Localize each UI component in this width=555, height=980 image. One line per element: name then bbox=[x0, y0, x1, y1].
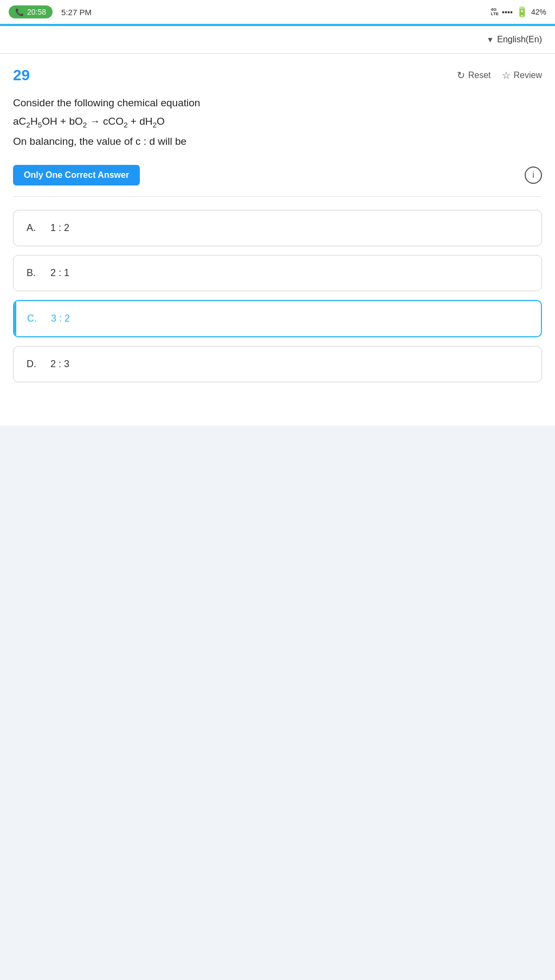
option-d[interactable]: D. 2 : 3 bbox=[13, 346, 542, 382]
option-a-label: A. bbox=[27, 222, 40, 234]
badge-row: Only One Correct Answer i bbox=[13, 165, 542, 185]
question-text: Consider the following chemical equation… bbox=[13, 95, 542, 150]
signal-icon: ▪▪▪▪ bbox=[502, 8, 513, 16]
status-left: 📞 20:58 5:27 PM bbox=[9, 5, 92, 18]
reset-icon: ↻ bbox=[457, 69, 465, 81]
reset-label: Reset bbox=[468, 71, 491, 80]
tab-bar: ▼ English(En) bbox=[0, 26, 555, 54]
status-bar: 📞 20:58 5:27 PM 4G LTE ▪▪▪▪ 🔋 42% bbox=[0, 0, 555, 24]
chemical-equation: aC2H5OH + bO2 → cCO2 + dH2O bbox=[13, 113, 542, 131]
current-time: 5:27 PM bbox=[61, 8, 92, 17]
reset-button[interactable]: ↻ Reset bbox=[457, 69, 491, 81]
language-label: English(En) bbox=[497, 35, 542, 44]
call-icon: 📞 bbox=[15, 8, 24, 16]
option-b-label: B. bbox=[27, 267, 40, 279]
chevron-down-icon: ▼ bbox=[486, 35, 494, 44]
option-c[interactable]: C. 3 : 2 bbox=[13, 300, 542, 337]
option-a[interactable]: A. 1 : 2 bbox=[13, 210, 542, 246]
question-line3: On balancing, the value of c : d will be bbox=[13, 133, 542, 150]
call-pill: 📞 20:58 bbox=[9, 5, 53, 18]
main-content: 29 ↻ Reset ☆ Review Consider the followi… bbox=[0, 54, 555, 404]
info-icon: i bbox=[532, 170, 534, 180]
option-c-label: C. bbox=[27, 313, 40, 324]
option-b-value: 2 : 1 bbox=[50, 267, 69, 279]
options-list: A. 1 : 2 B. 2 : 1 C. 3 : 2 D. 2 : 3 bbox=[13, 210, 542, 382]
review-label: Review bbox=[514, 71, 542, 80]
lte-badge: 4G LTE bbox=[491, 8, 499, 16]
question-actions: ↻ Reset ☆ Review bbox=[457, 69, 542, 81]
option-a-value: 1 : 2 bbox=[50, 222, 69, 234]
option-d-value: 2 : 3 bbox=[50, 358, 69, 370]
star-icon: ☆ bbox=[502, 69, 511, 81]
question-header: 29 ↻ Reset ☆ Review bbox=[13, 67, 542, 84]
status-right: 4G LTE ▪▪▪▪ 🔋 42% bbox=[491, 6, 546, 18]
option-d-label: D. bbox=[27, 358, 40, 370]
review-button[interactable]: ☆ Review bbox=[502, 69, 542, 81]
question-line1: Consider the following chemical equation bbox=[13, 95, 542, 111]
answer-type-badge[interactable]: Only One Correct Answer bbox=[13, 165, 140, 185]
info-button[interactable]: i bbox=[525, 166, 542, 184]
call-time: 20:58 bbox=[27, 8, 46, 16]
option-c-value: 3 : 2 bbox=[51, 313, 70, 324]
bottom-spacer bbox=[0, 404, 555, 426]
language-selector[interactable]: ▼ English(En) bbox=[486, 35, 542, 44]
divider bbox=[13, 196, 542, 197]
option-b[interactable]: B. 2 : 1 bbox=[13, 255, 542, 291]
battery-icon: 🔋 bbox=[516, 6, 528, 18]
question-number: 29 bbox=[13, 67, 30, 84]
battery-percent: 42% bbox=[531, 8, 546, 16]
